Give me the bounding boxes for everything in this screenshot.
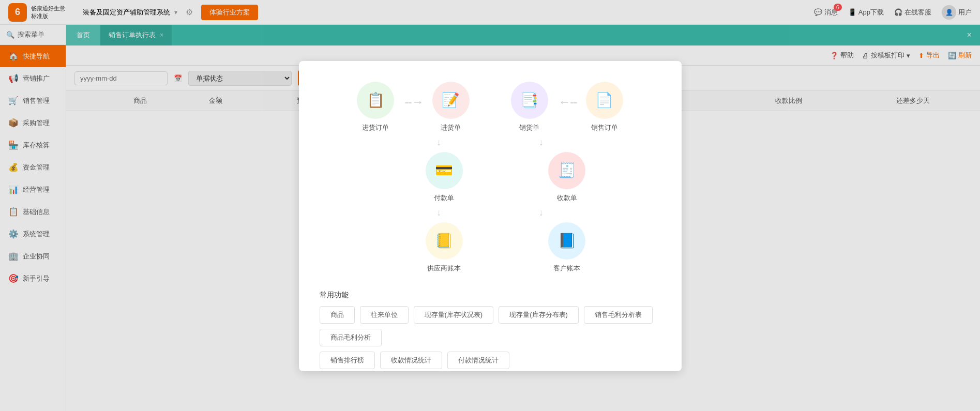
supplier-ledger-node[interactable]: 📒 供应商账本 (426, 222, 463, 273)
arrow-h-dashed-1: - - → (404, 95, 421, 109)
customer-ledger-circle: 📘 (548, 222, 585, 260)
func-stock-status[interactable]: 现存量(库存状况表) (414, 306, 494, 324)
purchase-row: 📋 进货订单 - - → 📝 进货单 (346, 77, 479, 138)
func-sales-rank[interactable]: 销售排行榜 (320, 352, 375, 369)
payment-row: 💳 付款单 (353, 147, 473, 208)
receipt-bill-label: 收款单 (557, 193, 577, 203)
sales-row: 📑 销货单 ← - - 📄 销售订单 (501, 77, 634, 138)
func-buttons-row1: 商品 往来单位 现存量(库存状况表) 现存量(库存分布表) 销售毛利分析表 商品… (320, 306, 661, 346)
sale-bill-node[interactable]: 📑 销货单 (511, 82, 548, 132)
purchase-flow-col: 📋 进货订单 - - → 📝 进货单 ↓ (346, 77, 479, 278)
sale-bill-label: 销货单 (519, 123, 539, 132)
func-goods[interactable]: 商品 (320, 306, 355, 324)
popup: 📋 进货订单 - - → 📝 进货单 ↓ (299, 61, 682, 371)
supplier-ledger-circle: 📒 (426, 222, 463, 260)
sale-bill-circle: 📑 (511, 82, 548, 119)
sale-order-circle: 📄 (586, 82, 623, 119)
arrow-down-3: ↓ (539, 138, 544, 147)
func-partners[interactable]: 往来单位 (360, 306, 409, 324)
purchase-order-label: 进货订单 (362, 123, 389, 132)
receipt-row: 🧾 收款单 (538, 147, 596, 208)
arrow-down-1: ↓ (436, 138, 441, 147)
purchase-bill-circle: 📝 (432, 82, 470, 119)
func-goods-margin[interactable]: 商品毛利分析 (320, 329, 382, 346)
payment-bill-circle: 💳 (426, 152, 463, 189)
func-payment-stats[interactable]: 付款情况统计 (447, 352, 509, 369)
customer-row: 📘 客户账本 (538, 217, 596, 278)
arrow-down-4: ↓ (539, 208, 544, 217)
receipt-bill-node[interactable]: 🧾 收款单 (548, 152, 585, 203)
common-functions-title: 常用功能 (320, 291, 661, 300)
purchase-bill-label: 进货单 (441, 123, 461, 132)
arrow-h-dashed-2: ← - - (559, 95, 576, 109)
customer-ledger-node[interactable]: 📘 客户账本 (548, 222, 585, 273)
receipt-bill-circle: 🧾 (548, 152, 585, 189)
common-functions-section: 常用功能 商品 往来单位 现存量(库存状况表) 现存量(库存分布表) 销售毛利分… (320, 291, 661, 369)
customer-ledger-label: 客户账本 (553, 264, 580, 273)
func-stock-dist[interactable]: 现存量(库存分布表) (499, 306, 579, 324)
purchase-bill-node[interactable]: 📝 进货单 (432, 82, 470, 132)
payment-bill-label: 付款单 (434, 193, 454, 203)
supplier-ledger-label: 供应商账本 (427, 264, 461, 273)
sales-flow-col: 📑 销货单 ← - - 📄 销售订单 ↓ 🧾 (501, 77, 634, 278)
popup-overlay[interactable]: 📋 进货订单 - - → 📝 进货单 ↓ (0, 0, 980, 411)
sale-order-node[interactable]: 📄 销售订单 (586, 82, 623, 132)
flow-diagram: 📋 进货订单 - - → 📝 进货单 ↓ (320, 77, 661, 278)
sale-order-label: 销售订单 (591, 123, 618, 132)
supplier-row: 📒 供应商账本 (353, 217, 473, 278)
arrow-down-2: ↓ (436, 208, 441, 217)
purchase-order-node[interactable]: 📋 进货订单 (357, 82, 394, 132)
payment-bill-node[interactable]: 💳 付款单 (426, 152, 463, 203)
func-sales-margin[interactable]: 销售毛利分析表 (584, 306, 653, 324)
purchase-order-circle: 📋 (357, 82, 394, 119)
func-receipt-stats[interactable]: 收款情况统计 (380, 352, 442, 369)
func-buttons-row2: 销售排行榜 收款情况统计 付款情况统计 (320, 352, 661, 369)
